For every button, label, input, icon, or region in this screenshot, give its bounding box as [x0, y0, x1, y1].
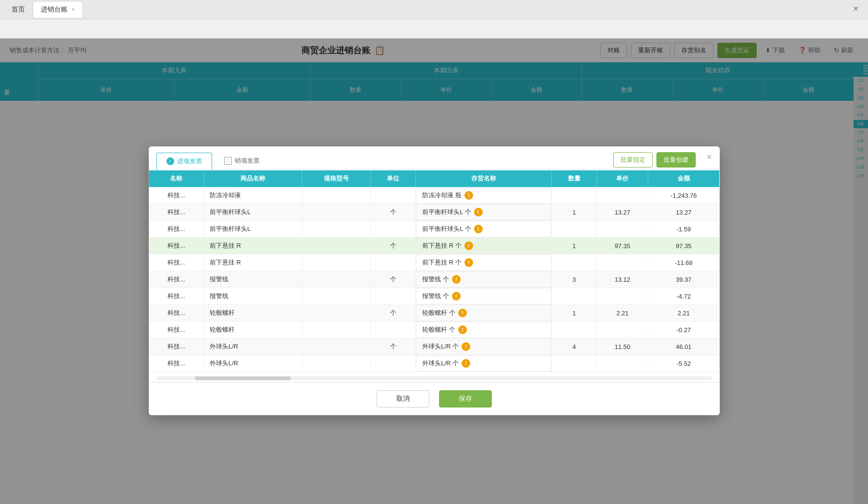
input-invoice-icon: ✓ — [166, 157, 174, 165]
warning-icon: ! — [464, 241, 473, 250]
warning-icon: ! — [458, 325, 467, 334]
tab-output-label: 销项发票 — [235, 156, 260, 165]
cell-4-3 — [370, 254, 416, 271]
warning-icon: ! — [474, 225, 483, 233]
cell-5-4: 报警线 个! — [416, 271, 551, 288]
cell-10-4: 外球头L/R 个! — [416, 355, 551, 372]
cell-2-3 — [370, 221, 416, 238]
warning-icon: ! — [462, 342, 470, 351]
cell-7-2 — [302, 305, 370, 322]
batch-designate-button[interactable]: 批量指定 — [613, 152, 653, 168]
cell-1-3: 个 — [370, 204, 416, 221]
cell-9-3: 个 — [370, 338, 416, 355]
cell-0-6 — [597, 187, 648, 204]
tab-bar: 首页 进销台账 × × — [0, 0, 868, 19]
cell-1-7: 13.27 — [648, 204, 719, 221]
table-row: 科技...轮毂螺杆个轮毂螺杆 个!12.212.21 — [149, 305, 719, 322]
tab-home[interactable]: 首页 — [4, 1, 33, 18]
cell-7-5: 1 — [551, 305, 597, 322]
cell-10-0: 科技... — [149, 355, 204, 372]
cell-0-1: 防冻冷却液 — [204, 187, 302, 204]
cell-1-6: 13.27 — [597, 204, 648, 221]
table-row: 科技...外球头L/R外球头L/R 个!-5.52 — [149, 355, 719, 372]
table-row: 科技...前下悬挂 R个前下悬挂 R 个!197.3597.35 — [149, 238, 719, 254]
th-name: 名称 — [149, 170, 204, 187]
modal-close-button[interactable]: × — [707, 152, 712, 162]
tab-input-label: 进项发票 — [177, 157, 202, 166]
warning-icon: ! — [458, 309, 467, 317]
cell-3-5: 1 — [551, 238, 597, 254]
warning-icon: ! — [462, 359, 470, 368]
cell-4-5 — [551, 254, 597, 271]
main-content: 销售成本计算方法： 月平均 商贸企业进销台账 📋 对账 重新开账 存货别名 生成… — [0, 38, 868, 504]
cell-1-0: 科技... — [149, 204, 204, 221]
table-row: 科技...前下悬挂 R前下悬挂 R 个!-11.68 — [149, 254, 719, 271]
app-background: 首页 进销台账 × × 销售成本计算方法： 月平均 商贸企业进销台账 📋 对账 … — [0, 0, 868, 504]
cell-8-6 — [597, 322, 648, 338]
th-product: 商品名称 — [204, 170, 302, 187]
cell-9-1: 外球头L/R — [204, 338, 302, 355]
warning-icon: ! — [452, 292, 461, 300]
app-close-button[interactable]: × — [853, 4, 858, 14]
cancel-button[interactable]: 取消 — [377, 390, 429, 408]
save-button[interactable]: 保存 — [439, 390, 492, 408]
cell-1-5: 1 — [551, 204, 597, 221]
th-qty: 数量 — [551, 170, 597, 187]
cell-2-5 — [551, 221, 597, 238]
cell-8-0: 科技... — [149, 322, 204, 338]
table-row: 科技...轮毂螺杆轮毂螺杆 个!-0.27 — [149, 322, 719, 338]
table-row: 科技...前平衡杆球头L个前平衡杆球头L 个!113.2713.27 — [149, 204, 719, 221]
output-invoice-icon: □ — [224, 157, 232, 165]
cell-3-7: 97.35 — [648, 238, 719, 254]
cell-9-5: 4 — [551, 338, 597, 355]
cell-3-0: 科技... — [149, 238, 204, 254]
tab-output-invoice[interactable]: □ 销项发票 — [214, 152, 270, 169]
cell-3-1: 前下悬挂 R — [204, 238, 302, 254]
cell-7-1: 轮毂螺杆 — [204, 305, 302, 322]
modal-scrollbar[interactable] — [156, 376, 712, 380]
cell-7-0: 科技... — [149, 305, 204, 322]
cell-8-2 — [302, 322, 370, 338]
cell-5-3: 个 — [370, 271, 416, 288]
cell-5-0: 科技... — [149, 271, 204, 288]
cell-4-6 — [597, 254, 648, 271]
th-spec: 规格型号 — [302, 170, 370, 187]
cell-0-4: 防冻冷却液 瓶! — [416, 187, 551, 204]
tab-close-icon[interactable]: × — [71, 6, 75, 13]
th-price: 单价 — [597, 170, 648, 187]
cell-6-2 — [302, 288, 370, 305]
cell-0-7: -1,243.76 — [648, 187, 719, 204]
modal-table-wrap: 名称 商品名称 规格型号 单位 存货名称 数量 单价 金额 — [149, 170, 720, 376]
cell-4-4: 前下悬挂 R 个! — [416, 254, 551, 271]
cell-9-6: 11.50 — [597, 338, 648, 355]
cell-10-2 — [302, 355, 370, 372]
table-row: 科技...报警线个报警线 个!313.1239.37 — [149, 271, 719, 288]
cell-10-1: 外球头L/R — [204, 355, 302, 372]
tab-active[interactable]: 进销台账 × — [33, 1, 83, 18]
cell-5-1: 报警线 — [204, 271, 302, 288]
batch-create-button[interactable]: 批量创建 — [656, 152, 696, 168]
cell-6-7: -4.72 — [648, 288, 719, 305]
invoice-table: 名称 商品名称 规格型号 单位 存货名称 数量 单价 金额 — [149, 170, 720, 372]
cell-6-3 — [370, 288, 416, 305]
modal-footer: 取消 保存 — [149, 382, 720, 415]
cell-5-7: 39.37 — [648, 271, 719, 288]
cell-0-0: 科技... — [149, 187, 204, 204]
cell-8-7: -0.27 — [648, 322, 719, 338]
cell-1-2 — [302, 204, 370, 221]
cell-1-1: 前平衡杆球头L — [204, 204, 302, 221]
cell-0-5 — [551, 187, 597, 204]
cell-9-4: 外球头L/R 个! — [416, 338, 551, 355]
table-row: 科技...报警线报警线 个!-4.72 — [149, 288, 719, 305]
cell-4-2 — [302, 254, 370, 271]
tab-input-invoice[interactable]: ✓ 进项发票 — [156, 153, 212, 170]
th-unit: 单位 — [370, 170, 416, 187]
modal-dialog: × 批量指定 批量创建 ✓ 进项发票 □ 销项发票 — [149, 146, 720, 415]
modal-overlay: × 批量指定 批量创建 ✓ 进项发票 □ 销项发票 — [0, 38, 868, 504]
cell-5-5: 3 — [551, 271, 597, 288]
cell-2-6 — [597, 221, 648, 238]
cell-3-4: 前下悬挂 R 个! — [416, 238, 551, 254]
table-row: 科技...前平衡杆球头L前平衡杆球头L 个!-1.59 — [149, 221, 719, 238]
cell-9-2 — [302, 338, 370, 355]
cell-5-6: 13.12 — [597, 271, 648, 288]
